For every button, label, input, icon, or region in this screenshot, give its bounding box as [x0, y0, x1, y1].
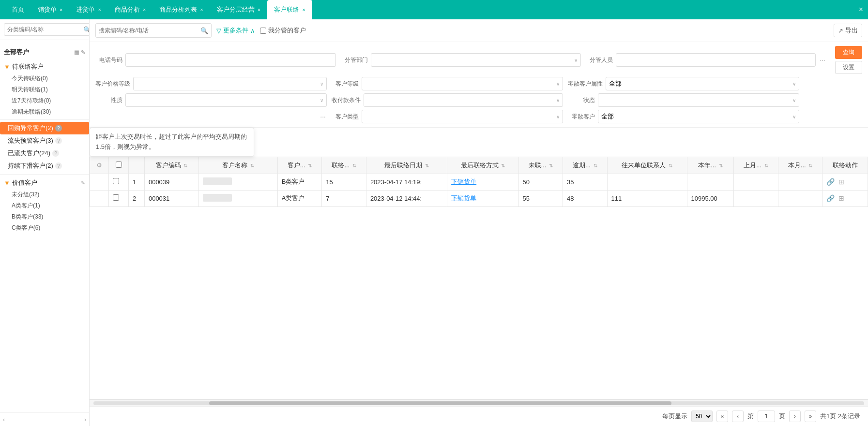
sort-icon-last-method[interactable]: ⇅: [501, 163, 505, 168]
sort-icon-overdue[interactable]: ⇅: [594, 163, 597, 168]
export-button[interactable]: ↗ 导出: [834, 24, 862, 37]
row-checkbox[interactable]: [109, 174, 129, 190]
col-contacts-person[interactable]: 往来单位联系人 ⇅: [607, 157, 687, 174]
sidebar-item-7days[interactable]: 近7天待联络(0): [0, 95, 89, 106]
col-last-date[interactable]: 最后联络日期 ⇅: [366, 157, 447, 174]
col-checkbox[interactable]: [109, 157, 129, 174]
sidebar-all-title[interactable]: 全部客户 ▦ ✎: [4, 46, 85, 59]
price-level-select[interactable]: ∨: [133, 77, 327, 90]
tab-home[interactable]: 首页: [5, 0, 31, 19]
action-grid-icon[interactable]: ⊞: [838, 194, 844, 202]
sort-icon-this-month[interactable]: ⇅: [808, 163, 812, 168]
sort-icon-uncontacted[interactable]: ⇅: [549, 163, 553, 168]
sidebar-search-input[interactable]: [4, 23, 83, 36]
next-page-button[interactable]: ›: [789, 411, 801, 422]
sidebar-item-overdue[interactable]: 逾期未联络(30): [0, 106, 89, 118]
col-last-month[interactable]: 上月... ⇅: [734, 157, 778, 174]
sidebar-pending-contact[interactable]: ▼ 待联络客户: [0, 60, 89, 73]
prev-page-button[interactable]: ‹: [732, 411, 744, 422]
select-all-checkbox[interactable]: [116, 162, 122, 168]
tab-product-analysis-list[interactable]: 商品分析列表 ×: [152, 0, 210, 19]
col-overdue[interactable]: 逾期... ⇅: [563, 157, 608, 174]
col-uncontacted[interactable]: 未联... ⇅: [518, 157, 563, 174]
sidebar-item-today[interactable]: 今天待联络(0): [0, 73, 89, 84]
horizontal-scrollbar[interactable]: [90, 399, 868, 406]
my-customer-checkbox-wrap[interactable]: 我分管的客户: [260, 26, 306, 35]
status-select[interactable]: ∨: [598, 93, 799, 107]
col-name[interactable]: 客户名称 ⇅: [199, 157, 278, 174]
scatter-customer-select[interactable]: 全部 ∨: [598, 110, 799, 123]
table-area[interactable]: ⚙ 客户编码 ⇅ 客户名称 ⇅: [90, 157, 868, 399]
close-tab-sales[interactable]: ×: [60, 7, 62, 13]
sidebar-item-class-b[interactable]: B类客户(33): [0, 211, 89, 222]
close-tab-product-analysis-list[interactable]: ×: [200, 7, 203, 13]
close-window-button[interactable]: ×: [859, 5, 863, 14]
col-type[interactable]: 客户... ⇅: [277, 157, 322, 174]
sidebar-right-arrow[interactable]: ›: [84, 416, 86, 423]
scatter-attr-select[interactable]: 全部 ∨: [606, 77, 799, 90]
close-tab-customer-stratification[interactable]: ×: [258, 7, 260, 13]
col-last-method[interactable]: 最后联络方式 ⇅: [447, 157, 518, 174]
sidebar-search-button[interactable]: 🔍: [83, 23, 90, 36]
scrollbar-thumb[interactable]: [209, 401, 671, 405]
phone-input[interactable]: [125, 53, 336, 67]
sidebar-item-tomorrow[interactable]: 明天待联络(1): [0, 84, 89, 95]
row4-dots[interactable]: ···: [320, 113, 326, 120]
scrollbar-track[interactable]: [93, 401, 864, 405]
sidebar-item-class-c[interactable]: C类客户(6): [0, 222, 89, 234]
sidebar-item-repurchase-abnormal[interactable]: 回购异常客户(2) ?: [0, 122, 89, 134]
close-tab-product-analysis[interactable]: ×: [143, 7, 146, 13]
per-page-select[interactable]: 50: [691, 411, 713, 422]
row-select-checkbox[interactable]: [113, 194, 119, 201]
sort-icon-name[interactable]: ⇅: [250, 163, 254, 168]
sort-icon-this-year[interactable]: ⇅: [719, 163, 723, 168]
action-link-icon[interactable]: 🔗: [826, 194, 835, 202]
last-method-link[interactable]: 下销货单: [451, 178, 476, 185]
row-checkbox[interactable]: [109, 190, 129, 206]
col-contacts[interactable]: 联络... ⇅: [322, 157, 366, 174]
first-page-button[interactable]: «: [716, 411, 728, 422]
col-code[interactable]: 客户编码 ⇅: [144, 157, 198, 174]
my-customer-checkbox[interactable]: [260, 28, 266, 34]
action-link-icon[interactable]: 🔗: [826, 178, 835, 186]
tab-customer-stratification[interactable]: 客户分层经营 ×: [210, 0, 267, 19]
col-this-year[interactable]: 本年... ⇅: [687, 157, 734, 174]
settings-button[interactable]: 设置: [835, 61, 862, 74]
row-last-method[interactable]: 下销货单: [447, 174, 518, 190]
tab-purchase[interactable]: 进货单 ×: [69, 0, 107, 19]
last-method-link[interactable]: 下销货单: [451, 194, 476, 202]
tab-sales[interactable]: 销货单 ×: [31, 0, 69, 19]
more-conditions-btn[interactable]: ▽ 更多条件 ∧: [216, 26, 255, 35]
nature-select[interactable]: ∨: [125, 93, 327, 107]
manager-dots[interactable]: ···: [820, 56, 825, 64]
row-last-method[interactable]: 下销货单: [447, 190, 518, 206]
page-number-input[interactable]: [758, 411, 775, 422]
dept-select[interactable]: ∨: [371, 53, 581, 67]
sort-icon-type[interactable]: ⇅: [308, 163, 312, 168]
main-search-input[interactable]: [99, 27, 200, 34]
tab-product-analysis[interactable]: 商品分析 ×: [108, 0, 152, 19]
manager-input[interactable]: [616, 53, 816, 67]
sidebar-item-unclassified[interactable]: 未分组(32): [0, 189, 89, 200]
customer-type-select[interactable]: ∨: [362, 110, 563, 123]
last-page-button[interactable]: »: [805, 411, 816, 422]
query-button[interactable]: 查询: [835, 46, 862, 59]
sort-icon-contacts-person[interactable]: ⇅: [669, 163, 672, 168]
col-gear[interactable]: ⚙: [90, 157, 109, 174]
gear-icon[interactable]: ⚙: [96, 162, 102, 169]
action-grid-icon[interactable]: ⊞: [838, 178, 844, 186]
sidebar-item-churn-warning[interactable]: 流失预警客户(3) ?: [0, 134, 89, 147]
col-this-month[interactable]: 本月... ⇅: [778, 157, 822, 174]
sort-icon-contacts[interactable]: ⇅: [352, 163, 356, 168]
sidebar-item-declining[interactable]: 持续下滑客户(2) ?: [0, 160, 89, 172]
close-tab-customer-contact[interactable]: ×: [302, 7, 305, 13]
sidebar-left-arrow[interactable]: ‹: [3, 416, 5, 423]
tab-customer-contact[interactable]: 客户联络 ×: [267, 0, 312, 19]
row-select-checkbox[interactable]: [113, 178, 119, 184]
sort-icon-code[interactable]: ⇅: [183, 163, 187, 168]
close-tab-purchase[interactable]: ×: [98, 7, 101, 13]
edit-value-icon[interactable]: ✎: [81, 180, 85, 186]
sort-icon-last-month[interactable]: ⇅: [764, 163, 768, 168]
payment-select[interactable]: ∨: [364, 93, 563, 107]
sidebar-value-customer[interactable]: ▼ 价值客户 ✎: [0, 176, 89, 189]
